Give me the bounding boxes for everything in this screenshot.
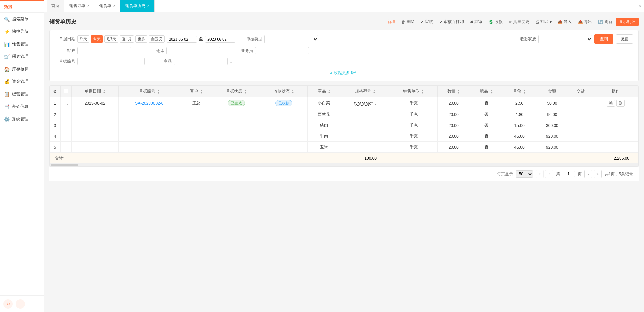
page-prev-btn[interactable]: ‹	[545, 170, 553, 178]
sidebar-item-label: 库存核算	[12, 66, 28, 72]
refresh-icon: 🔄	[598, 20, 603, 24]
sort-doc-no-icon: ▲▼	[157, 89, 160, 94]
cell-payment-status	[260, 131, 307, 142]
warehouse-label: 仓库	[144, 48, 164, 54]
cell-payment-status	[260, 120, 307, 131]
col-customer[interactable]: 客户 ▲▼	[180, 86, 213, 97]
sidebar-item-basic-info[interactable]: 📑 基础信息	[0, 100, 44, 113]
sort-doc-status-icon: ▲▼	[244, 89, 247, 94]
tab-sales-history-label: 销货单历史	[125, 3, 145, 9]
sidebar-item-label: 经营管理	[12, 91, 28, 97]
query-button[interactable]: 查询	[594, 34, 613, 44]
row-checkbox[interactable]	[64, 101, 68, 105]
collapse-button[interactable]: ∧ 收起更多条件	[55, 69, 633, 77]
sidebar-setting-btn[interactable]: ⚙	[3, 299, 13, 309]
col-spec[interactable]: 规格型号 ▲▼	[340, 86, 390, 97]
edit-action-btn[interactable]: 编	[607, 100, 615, 107]
col-doc-status[interactable]: 单据状态 ▲▼	[213, 86, 260, 97]
cell-doc-no: SA-20230602-0	[119, 97, 180, 109]
col-qty-label: 数量	[447, 89, 455, 94]
page-next-btn[interactable]: ›	[584, 170, 592, 178]
customer-dots[interactable]: ...	[133, 48, 137, 53]
cell-row-num: 3	[50, 120, 60, 131]
display-detail-button[interactable]: 显示明细	[616, 18, 639, 26]
sidebar-item-finance[interactable]: 💰 资金管理	[0, 75, 44, 88]
doc-no-input[interactable]	[77, 58, 145, 65]
col-price[interactable]: 单价 ▲▼	[503, 86, 536, 97]
sidebar-item-system-mgmt[interactable]: ⚙️ 系统管理	[0, 113, 44, 125]
page-number-input[interactable]	[563, 171, 575, 177]
batch-change-button[interactable]: ✏ 批量变更	[506, 18, 532, 26]
tab-close-all-btn[interactable]: ×	[639, 4, 641, 8]
date-btn-1month[interactable]: 近1月	[120, 35, 134, 43]
col-doc-no[interactable]: 单据编号 ▲▼	[119, 86, 180, 97]
new-button[interactable]: + 新增	[381, 18, 398, 26]
date-btn-custom[interactable]: 自定义	[149, 35, 165, 43]
tab-home[interactable]: 首页	[47, 0, 64, 12]
warehouse-dots[interactable]: ...	[222, 48, 226, 53]
customer-input[interactable]	[77, 47, 131, 54]
col-goods[interactable]: 商品 ▲▼	[307, 86, 340, 97]
date-btn-yesterday[interactable]: 昨天	[77, 35, 89, 43]
quick-nav-icon: ⚡	[4, 29, 9, 34]
sidebar-item-sales-mgmt[interactable]: 📊 销售管理	[0, 38, 44, 50]
export-button[interactable]: 📤 导出	[575, 18, 595, 26]
audit-print-button[interactable]: ✔ 审核并打印	[437, 18, 467, 26]
date-btn-7days[interactable]: 近7天	[104, 35, 118, 43]
select-all-checkbox[interactable]	[64, 89, 68, 93]
sort-goods-icon: ▲▼	[328, 89, 330, 94]
salesperson-input[interactable]	[255, 47, 309, 54]
doc-type-select[interactable]	[264, 35, 318, 43]
page-first-btn[interactable]: «	[536, 170, 544, 178]
delete-button[interactable]: 🗑 删除	[399, 18, 417, 26]
date-from-input[interactable]	[167, 36, 197, 43]
abandon-button[interactable]: ✖ 弃审	[467, 18, 485, 26]
col-gift[interactable]: 赠品 ▲▼	[470, 86, 503, 97]
sidebar-item-purchase-mgmt[interactable]: 🛒 采购管理	[0, 50, 44, 63]
goods-input[interactable]	[174, 58, 228, 65]
tabs-bar: 首页 销售订单 × 销货单 × 销货单历史 × ×	[44, 0, 644, 12]
doc-no-link[interactable]: SA-20230602-0	[135, 101, 163, 106]
scrollbar-thumb[interactable]	[51, 164, 78, 166]
tab-sales-goods-close[interactable]: ×	[113, 4, 115, 8]
refresh-button[interactable]: 🔄 刷新	[595, 18, 615, 26]
tab-sales-goods[interactable]: 销货单 ×	[94, 0, 120, 12]
cell-qty: 20.00	[437, 97, 470, 109]
date-btn-more[interactable]: 更多	[135, 35, 147, 43]
sidebar-item-quick-nav[interactable]: ⚡ 快捷导航	[0, 25, 44, 38]
warehouse-input[interactable]	[166, 47, 220, 54]
col-payment-status[interactable]: 收款状态 ▲▼	[260, 86, 307, 97]
salesperson-dots[interactable]: ...	[311, 48, 315, 53]
horizontal-scrollbar[interactable]	[50, 163, 638, 166]
tab-sales-history-close[interactable]: ×	[147, 4, 149, 8]
date-btn-today[interactable]: 今天	[91, 35, 103, 43]
col-qty[interactable]: 数量 ▲▼	[437, 86, 470, 97]
cell-gift: 否	[470, 109, 503, 120]
audit-button[interactable]: ✔ 审核	[418, 18, 436, 26]
goods-dots[interactable]: ...	[230, 59, 234, 64]
tab-sales-order-close[interactable]: ×	[87, 4, 89, 8]
sidebar-item-label: 系统管理	[12, 116, 28, 122]
setting-button[interactable]: 设置	[616, 34, 633, 44]
receive-button[interactable]: 💲 收款	[486, 18, 505, 26]
total-amount: 2,286.00	[614, 156, 629, 161]
date-to-input[interactable]	[205, 36, 235, 43]
payment-status-select[interactable]	[538, 35, 592, 43]
sidebar-item-operations[interactable]: 📋 经营管理	[0, 88, 44, 100]
cell-goods: 牛肉	[307, 131, 340, 142]
page-last-btn[interactable]: »	[594, 170, 602, 178]
sidebar-item-inventory[interactable]: 🏠 库存核算	[0, 63, 44, 75]
col-gear[interactable]: ⚙	[50, 86, 60, 97]
col-doc-date[interactable]: 单据日期 ▲▼	[71, 86, 119, 97]
tab-sales-order[interactable]: 销售订单 ×	[64, 0, 94, 12]
sidebar-item-search-menu[interactable]: 🔍 搜索菜单	[0, 13, 44, 25]
print-button[interactable]: 🖨 打印 ▾	[533, 18, 554, 26]
tab-sales-history[interactable]: 销货单历史 ×	[120, 0, 155, 12]
sidebar-collapse-btn[interactable]: ⏸	[16, 299, 25, 309]
import-button[interactable]: 📥 导入	[555, 18, 575, 26]
cell-trade	[568, 131, 593, 142]
filter-doc-type: 单据类型	[242, 35, 509, 43]
col-unit[interactable]: 销售单位 ▲▼	[390, 86, 437, 97]
delete-action-btn[interactable]: 删	[616, 100, 625, 107]
per-page-select[interactable]: 50 100 200	[516, 170, 533, 178]
